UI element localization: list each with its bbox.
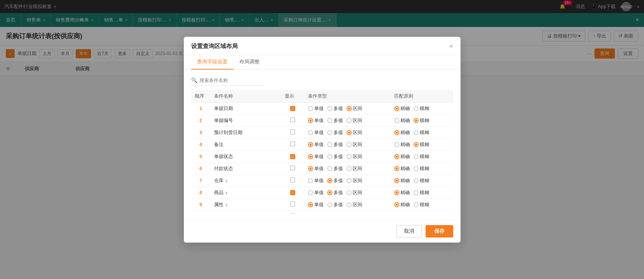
- search-box: 🔍: [191, 75, 264, 76]
- dialog-header: 设置查询区域布局 ×: [184, 37, 461, 55]
- modal-overlay: 设置查询区域布局 × 查询字段设置 布局调整 🔍 顺序 条件名称: [0, 0, 644, 76]
- settings-dialog: 设置查询区域布局 × 查询字段设置 布局调整 🔍 顺序 条件名称: [184, 37, 461, 76]
- dialog-tabs: 查询字段设置 布局调整: [184, 55, 461, 70]
- tab-query-fields[interactable]: 查询字段设置: [191, 55, 233, 70]
- dialog-title: 设置查询区域布局: [191, 43, 238, 55]
- dialog-body: 🔍 顺序 条件名称 显示 条件类型 匹配原则: [184, 70, 461, 76]
- tab-layout-adjust[interactable]: 布局调整: [233, 55, 265, 70]
- dialog-close-btn[interactable]: ×: [449, 43, 453, 55]
